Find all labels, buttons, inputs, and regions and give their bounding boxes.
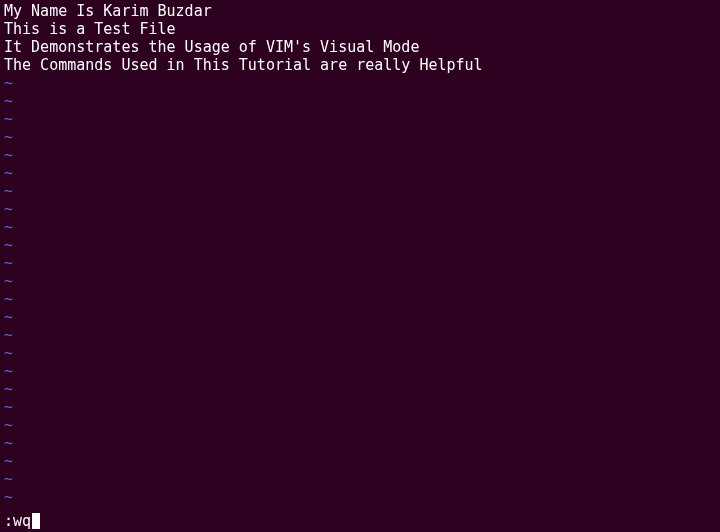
empty-line-tilde: ~ [4,290,716,308]
empty-line-tilde: ~ [4,146,716,164]
buffer-line[interactable]: This is a Test File [4,20,716,38]
empty-line-tilde: ~ [4,272,716,290]
empty-line-tilde: ~ [4,470,716,488]
command-line[interactable]: :wq [4,512,716,530]
command-text: :wq [4,512,31,530]
buffer-line[interactable]: It Demonstrates the Usage of VIM's Visua… [4,38,716,56]
buffer-line[interactable]: My Name Is Karim Buzdar [4,2,716,20]
empty-line-tilde: ~ [4,434,716,452]
empty-line-tilde: ~ [4,308,716,326]
empty-line-tilde: ~ [4,164,716,182]
empty-line-tilde: ~ [4,92,716,110]
empty-line-tilde: ~ [4,236,716,254]
empty-line-tilde: ~ [4,344,716,362]
empty-line-tilde: ~ [4,326,716,344]
empty-line-tilde: ~ [4,452,716,470]
empty-line-tilde: ~ [4,218,716,236]
cursor-block [32,513,40,529]
editor-buffer[interactable]: My Name Is Karim Buzdar This is a Test F… [4,2,716,512]
empty-line-tilde: ~ [4,74,716,92]
empty-line-tilde: ~ [4,200,716,218]
empty-line-tilde: ~ [4,128,716,146]
empty-line-tilde: ~ [4,488,716,506]
empty-line-tilde: ~ [4,182,716,200]
empty-line-tilde: ~ [4,254,716,272]
empty-line-tilde: ~ [4,380,716,398]
empty-line-tilde: ~ [4,110,716,128]
buffer-line[interactable]: The Commands Used in This Tutorial are r… [4,56,716,74]
empty-line-tilde: ~ [4,362,716,380]
empty-line-tilde: ~ [4,398,716,416]
empty-line-tilde: ~ [4,416,716,434]
